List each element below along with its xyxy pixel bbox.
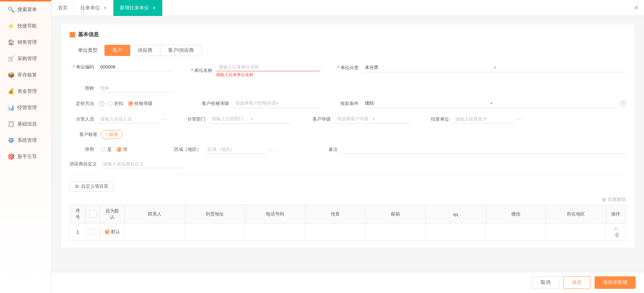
row-checkbox[interactable] xyxy=(89,228,96,235)
sidebar-item-inventory[interactable]: 📦 库存核算 xyxy=(2,67,49,82)
payment-terms-select[interactable]: 现结 ▾ xyxy=(362,99,619,108)
supplier-custom-input[interactable] xyxy=(100,160,184,168)
sidebar-item-system[interactable]: ⚙️ 系统管理 xyxy=(2,133,49,148)
col-index: 序号 xyxy=(70,205,86,223)
supervisor-more-btn[interactable]: ··· xyxy=(160,116,170,122)
form-row-5: 客户标签 + 标签 xyxy=(70,130,626,139)
row-del-icon[interactable]: 🗑 xyxy=(614,232,620,238)
col-default: 设为默认 xyxy=(100,205,125,223)
settlement-unit-label: 结算单位 xyxy=(425,116,449,122)
fax-input[interactable] xyxy=(309,229,362,235)
field-unit-category: 单位分类 未分类 ▾ xyxy=(334,63,626,72)
tab-new-partner-label: 新增往来单位 xyxy=(120,5,149,11)
guide-icon: 🎯 xyxy=(8,153,15,160)
unit-name-input[interactable] xyxy=(216,63,320,71)
form-row-2: 简称 xyxy=(70,84,626,92)
custom-settings-button[interactable]: ⚙ 自定义项设置 xyxy=(70,181,113,192)
wechat-input[interactable] xyxy=(489,229,542,235)
section-title: 基本信息 xyxy=(70,31,626,38)
form-row-1: 单位编码 单位名称 请输入往来单位名称 单位分类 未分类 xyxy=(70,63,626,78)
batch-delete-label[interactable]: 批量删除 xyxy=(608,196,626,203)
tab-new-partner-close[interactable]: ✕ xyxy=(152,6,156,10)
pricing-help-icon[interactable]: ? xyxy=(99,101,104,106)
radio-disabled-no[interactable]: 否 xyxy=(117,146,127,153)
payment-terms-value: 现结 xyxy=(365,100,490,106)
unit-code-input[interactable] xyxy=(97,63,174,71)
unit-category-value: 未分类 xyxy=(365,64,494,71)
settlement-unit-input[interactable] xyxy=(453,115,515,123)
sidebar-item-finance[interactable]: 💰 资金管理 xyxy=(2,84,49,99)
radio-price-level[interactable]: 价格等级 xyxy=(128,100,152,107)
customer-price-level-select[interactable]: 请选择客户价格等级 ▾ xyxy=(233,99,320,108)
tab-home[interactable]: 首页 xyxy=(52,0,74,16)
radio-yes-circle xyxy=(101,147,106,152)
tab-partner[interactable]: 往来单位 ✕ xyxy=(74,0,113,16)
batch-delete-area: 🗑 批量删除 xyxy=(70,196,626,203)
row-qq[interactable] xyxy=(425,223,486,241)
contacts-table: 序号 设为默认 联系人 到货地址 电话号码 传真 邮箱 qq 微信 所在地区 操… xyxy=(70,205,626,241)
department-chevron: ▾ xyxy=(251,117,290,121)
sidebar-item-operations-label: 经营管理 xyxy=(17,105,37,111)
sidebar-item-quicknav-label: 快捷导航 xyxy=(17,23,37,29)
purchase-icon: 🛒 xyxy=(8,55,15,62)
address-input[interactable] xyxy=(188,229,241,235)
radio-price-level-label: 价格等级 xyxy=(134,100,152,107)
row-address[interactable] xyxy=(185,223,245,241)
row-region-input[interactable] xyxy=(549,229,602,235)
sidebar-item-operations[interactable]: 📊 经营管理 xyxy=(2,100,49,115)
sidebar-item-purchase[interactable]: 🛒 采购管理 xyxy=(2,51,49,66)
row-default-radio[interactable]: 默认 xyxy=(104,229,121,235)
supervisor-input[interactable] xyxy=(97,115,160,123)
row-add-icon[interactable]: + xyxy=(614,226,617,231)
notes-input[interactable] xyxy=(341,145,626,154)
type-btn-both[interactable]: 客户/供应商 xyxy=(160,45,202,56)
tab-partner-close[interactable]: ✕ xyxy=(103,6,107,10)
sidebar-item-guide[interactable]: 🎯 新手引导 xyxy=(2,149,49,164)
col-checkbox xyxy=(86,205,100,223)
region-more-btn[interactable]: ··· xyxy=(267,146,277,153)
unit-category-select[interactable]: 未分类 ▾ xyxy=(362,63,626,72)
row-email[interactable] xyxy=(365,223,425,241)
col-fax: 传真 xyxy=(305,205,365,223)
type-btn-customer[interactable]: 客户 xyxy=(104,45,130,56)
region-input[interactable] xyxy=(205,145,267,154)
row-wechat[interactable] xyxy=(486,223,546,241)
sidebar-item-sales[interactable]: 🏠 销售管理 xyxy=(2,35,49,50)
payment-terms-chevron: ▾ xyxy=(490,101,616,106)
row-contact[interactable] xyxy=(125,223,185,241)
row-phone[interactable] xyxy=(245,223,305,241)
department-placeholder: 请输入分管部门 xyxy=(212,116,251,122)
col-address: 到货地址 xyxy=(185,205,245,223)
col-region: 所在地区 xyxy=(546,205,606,223)
email-input[interactable] xyxy=(369,229,422,235)
save-add-button[interactable]: 保存并新增 xyxy=(595,276,636,289)
customer-level-select[interactable]: 请选择客户等级 ▾ xyxy=(334,114,411,124)
radio-discount[interactable]: 折扣 xyxy=(108,100,123,107)
add-tag-button[interactable]: + 标签 xyxy=(101,130,123,139)
sidebar-item-basic[interactable]: 📋 基础信息 xyxy=(2,116,49,131)
close-all-button[interactable]: ✕ xyxy=(628,5,644,11)
sidebar-item-search-label: 搜索菜单 xyxy=(17,7,37,13)
sidebar-item-quicknav[interactable]: ⚡ 快捷导航 xyxy=(2,18,49,33)
row-action: + 🗑 xyxy=(606,223,626,241)
payment-help-icon[interactable]: ? xyxy=(620,101,626,106)
qq-input[interactable] xyxy=(429,229,482,235)
type-btn-supplier[interactable]: 供应商 xyxy=(130,45,160,56)
sidebar-item-purchase-label: 采购管理 xyxy=(17,56,37,62)
tab-partner-label: 往来单位 xyxy=(80,5,100,11)
row-fax[interactable] xyxy=(305,223,365,241)
settlement-more-btn[interactable]: ··· xyxy=(515,116,525,122)
add-tag-label: + 标签 xyxy=(105,131,118,138)
col-wechat: 微信 xyxy=(486,205,546,223)
department-select[interactable]: 请输入分管部门 ▾ xyxy=(209,114,292,124)
short-name-input[interactable] xyxy=(97,84,174,92)
contact-input[interactable] xyxy=(128,229,181,235)
phone-input[interactable] xyxy=(249,229,301,235)
save-button[interactable]: 保存 xyxy=(563,276,590,289)
tab-new-partner[interactable]: 新增往来单位 ✕ xyxy=(113,0,163,16)
header-checkbox[interactable] xyxy=(89,211,96,218)
cancel-button[interactable]: 取消 xyxy=(532,276,559,289)
radio-disabled-yes[interactable]: 是 xyxy=(101,146,112,153)
sidebar-item-search[interactable]: 🔍 搜索菜单 xyxy=(2,2,49,17)
row-region[interactable] xyxy=(546,223,606,241)
